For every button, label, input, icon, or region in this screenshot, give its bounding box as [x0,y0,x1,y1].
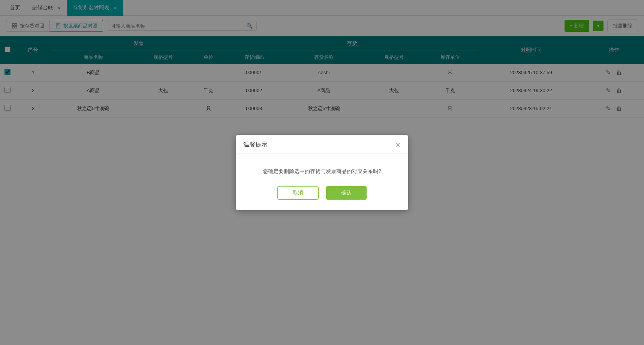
confirm-dialog: 温馨提示 ✕ 您确定要删除选中的存货与发票商品的对应关系吗? 取消 确认 [236,135,408,210]
dialog-close-button[interactable]: ✕ [395,142,401,148]
modal-overlay: 温馨提示 ✕ 您确定要删除选中的存货与发票商品的对应关系吗? 取消 确认 [0,0,644,345]
dialog-header: 温馨提示 ✕ [236,135,408,154]
dialog-body: 您确定要删除选中的存货与发票商品的对应关系吗? [236,154,408,186]
dialog-footer: 取消 确认 [236,186,408,210]
dialog-title: 温馨提示 [243,141,267,149]
confirm-button[interactable]: 确认 [326,186,367,200]
dialog-message: 您确定要删除选中的存货与发票商品的对应关系吗? [263,168,381,174]
cancel-button[interactable]: 取消 [277,186,319,200]
